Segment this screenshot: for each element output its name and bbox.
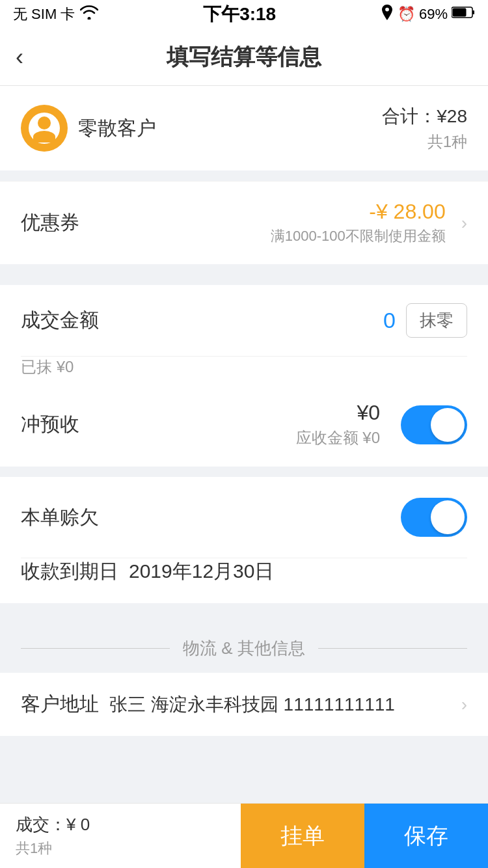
pending-button[interactable]: 挂单 — [241, 804, 364, 868]
logistics-line-left — [21, 648, 170, 649]
battery-text: 69% — [419, 6, 448, 23]
due-date-label: 收款到期日 — [21, 558, 118, 585]
customer-section: 零散客户 合计：¥28 共1种 — [0, 86, 488, 170]
svg-rect-2 — [453, 8, 467, 17]
bottom-summary: 成交：¥ 0 共1种 — [0, 804, 241, 868]
debt-toggle-knob — [431, 500, 465, 534]
logistics-line-right — [318, 648, 467, 649]
total-amount: 合计：¥28 — [382, 104, 467, 129]
back-button[interactable]: ‹ — [16, 44, 23, 71]
separator-3 — [0, 614, 488, 624]
avatar-inner — [29, 113, 60, 144]
address-section[interactable]: 客户地址 张三 海淀永丰科技园 11111111111 › — [0, 673, 488, 736]
svg-rect-1 — [472, 10, 474, 14]
customer-avatar — [21, 105, 68, 152]
coupon-desc: 满1000-100不限制使用金额 — [271, 226, 446, 246]
pre-collect-label: 冲预收 — [21, 411, 79, 438]
logistics-section: 物流 & 其他信息 — [0, 624, 488, 673]
save-button[interactable]: 保存 — [364, 804, 488, 868]
transaction-section: 成交金额 0 抹零 已抹 ¥0 冲预收 ¥0 应收金额 ¥0 — [0, 285, 488, 467]
status-right: ⏰ 69% — [381, 5, 475, 24]
chevron-right-icon: › — [461, 213, 467, 234]
bottom-bar: 成交：¥ 0 共1种 挂单 保存 — [0, 803, 488, 868]
customer-right: 合计：¥28 共1种 — [382, 104, 467, 152]
nav-bar: ‹ 填写结算等信息 — [0, 29, 488, 86]
pre-collect-row: 冲预收 ¥0 应收金额 ¥0 — [21, 383, 467, 467]
coupon-section[interactable]: 优惠券 -¥ 28.00 满1000-100不限制使用金额 › — [0, 181, 488, 264]
page-title: 填写结算等信息 — [167, 42, 321, 72]
coupon-amount: -¥ 28.00 — [271, 200, 446, 224]
total-count: 共1种 — [382, 131, 467, 152]
wifi-icon — [80, 5, 98, 23]
customer-name: 零散客户 — [78, 115, 156, 142]
carrier-text: 无 SIM 卡 — [13, 5, 75, 24]
coupon-row[interactable]: 优惠券 -¥ 28.00 满1000-100不限制使用金额 › — [0, 181, 488, 264]
coupon-label: 优惠券 — [21, 210, 79, 236]
separator-2 — [0, 467, 488, 477]
customer-left: 零散客户 — [21, 105, 156, 152]
location-icon — [381, 5, 394, 24]
round-zero-button[interactable]: 抹零 — [406, 303, 467, 338]
debt-section: 本单赊欠 收款到期日 2019年12月30日 — [0, 477, 488, 603]
due-date-row: 收款到期日 2019年12月30日 — [21, 558, 467, 603]
pre-collect-values: ¥0 应收金额 ¥0 — [296, 401, 380, 448]
pre-collect-right: ¥0 应收金额 ¥0 — [296, 401, 467, 448]
due-date-value: 2019年12月30日 — [129, 558, 274, 585]
pre-collect-amount: ¥0 — [296, 401, 380, 425]
transaction-value-wrap: 0 抹零 — [357, 303, 467, 338]
address-chevron-icon: › — [461, 694, 467, 715]
address-value: 张三 海淀永丰科技园 11111111111 — [109, 692, 446, 717]
transaction-sub: 已抹 ¥0 — [21, 357, 467, 383]
debt-row: 本单赊欠 — [21, 477, 467, 558]
debt-toggle[interactable] — [401, 498, 467, 537]
debt-label: 本单赊欠 — [21, 504, 99, 531]
coupon-values: -¥ 28.00 满1000-100不限制使用金额 — [271, 200, 446, 246]
time-display: 下午3:18 — [203, 2, 276, 27]
battery-icon — [452, 6, 475, 23]
address-row[interactable]: 客户地址 张三 海淀永丰科技园 11111111111 › — [0, 673, 488, 736]
logistics-text: 物流 & 其他信息 — [170, 637, 318, 660]
summary-label: 成交：¥ 0 — [16, 813, 225, 836]
status-left: 无 SIM 卡 — [13, 5, 98, 24]
status-bar: 无 SIM 卡 下午3:18 ⏰ 69% — [0, 0, 488, 29]
customer-row: 零散客户 合计：¥28 共1种 — [0, 86, 488, 170]
pre-collect-sub: 应收金额 ¥0 — [296, 427, 380, 448]
transaction-label: 成交金额 — [21, 307, 99, 334]
pre-collect-toggle[interactable] — [401, 405, 467, 444]
coupon-right: -¥ 28.00 满1000-100不限制使用金额 › — [271, 200, 467, 246]
address-label: 客户地址 — [21, 691, 99, 718]
content-area: 零散客户 合计：¥28 共1种 优惠券 -¥ 28.00 满1000-100不限… — [0, 86, 488, 811]
separator-1 — [0, 275, 488, 285]
alarm-icon: ⏰ — [398, 6, 415, 23]
transaction-row: 成交金额 0 抹零 — [21, 285, 467, 357]
transaction-value: 0 — [357, 308, 396, 333]
toggle-knob — [431, 408, 465, 442]
summary-count: 共1种 — [16, 839, 225, 858]
